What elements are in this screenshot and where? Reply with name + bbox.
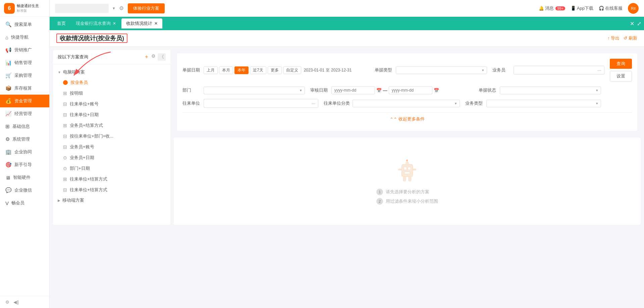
trial-button[interactable]: 体验行业方案 <box>128 3 165 13</box>
salesperson-account-icon: ⊟ <box>63 144 67 150</box>
dropdown-arrow-icon[interactable]: ▾ <box>113 6 115 11</box>
sidebar-item-sales[interactable]: 📊 销售管理 <box>0 56 49 69</box>
scheme-settings-icon[interactable]: ⚙ <box>151 53 156 61</box>
scheme-group-mobile-header[interactable]: ▶ 移动端方案 <box>53 195 170 205</box>
scheme-item-by-salesperson[interactable]: 按业务员 <box>53 77 170 88</box>
scheme-item-partner-settle1[interactable]: ⊞ 往来单位+结算方式 <box>53 174 170 185</box>
sidebar-item-marketing[interactable]: 📢 营销推广 <box>0 44 49 56</box>
empty-state: 1 请先选择要分析的方案 2 用过滤条件来缩小分析范围 <box>370 138 445 225</box>
refresh-button[interactable]: ↺ 刷新 <box>624 35 637 41</box>
sidebar-item-enterprise[interactable]: 🏢 企业协同 <box>0 146 49 158</box>
sidebar-item-finance[interactable]: 💰 资金管理 <box>0 95 49 107</box>
scheme-item-partner-settle2[interactable]: ⊟ 往来单位+结算方式 <box>53 185 170 195</box>
sidebar-item-baseinfo[interactable]: ⊞ 基础信息 <box>0 120 49 133</box>
sidebar-item-system[interactable]: ⚙ 系统管理 <box>0 133 49 146</box>
dept-select[interactable]: ▾ <box>204 87 305 94</box>
tab-bar: 首页 现金银行流水查询 ✕ 收款情况统计 ✕ ✕ ⤢ <box>50 17 644 30</box>
partner-settle1-icon: ⊞ <box>63 176 67 182</box>
tab-receipt-stats[interactable]: 收款情况统计 ✕ <box>121 18 162 29</box>
partner-select[interactable]: ··· <box>204 99 318 108</box>
sidebar-item-quicknav[interactable]: ⌂ 快捷导航 <box>0 31 49 44</box>
svg-rect-8 <box>413 169 416 170</box>
sidebar-item-operations[interactable]: 📈 经营管理 <box>0 107 49 120</box>
doc-status-select[interactable]: ▾ <box>500 87 601 94</box>
doc-date-field: 单据日期 上月 本月 本年 近7天 更多 自定义 2023-01-01 <box>182 66 369 74</box>
calendar-icon-to[interactable]: 📅 <box>434 88 439 93</box>
biz-type-select[interactable]: ▾ <box>486 100 601 107</box>
messages-area[interactable]: 🔔 消息 99+ <box>539 5 565 11</box>
system-icon: ⚙ <box>5 136 10 142</box>
partner-category-field: 往来单位分类 ▾ <box>324 100 460 107</box>
right-panel: 单据日期 上月 本月 本年 近7天 更多 自定义 2023-01-01 <box>174 50 641 225</box>
member-icon: V <box>5 200 9 206</box>
tab-bank-flow[interactable]: 现金银行流水查询 ✕ <box>71 18 121 29</box>
partner-field: 往来单位 ··· <box>182 99 318 108</box>
sidebar-item-purchase[interactable]: 🛒 采购管理 <box>0 69 49 82</box>
doc-type-select[interactable]: ▾ <box>396 66 487 74</box>
bell-icon: 🔔 <box>539 6 544 11</box>
user-avatar[interactable]: Rit <box>628 3 639 14</box>
tab-home[interactable]: 首页 <box>52 18 70 29</box>
scheme-item-partner-dept[interactable]: ⊟ 按往来单位+部门+收... <box>53 131 170 142</box>
sidebar-item-member[interactable]: V 畅会员 <box>0 197 49 209</box>
scheme-item-partner-account[interactable]: ⊟ 往来单位+账号 <box>53 99 170 109</box>
header-gear-icon[interactable]: ⚙ <box>119 5 124 11</box>
empty-step-2: 2 用过滤条件来缩小分析范围 <box>376 198 438 205</box>
expand-arrow-icon: ▼ <box>58 70 61 74</box>
this-year-btn[interactable]: 本年 <box>234 66 249 74</box>
scheme-item-by-detail[interactable]: ⊞ 按明细 <box>53 88 170 99</box>
scheme-item-salesperson-account[interactable]: ⊟ 业务员+账号 <box>53 142 170 152</box>
scheme-group-desktop-header[interactable]: ▼ 电脑端方案 <box>53 67 170 77</box>
partner-category-select[interactable]: ▾ <box>353 100 460 107</box>
sidebar-item-search[interactable]: 🔍 搜索菜单 <box>0 18 49 31</box>
scheme-collapse-icon[interactable]: 《 <box>158 53 166 61</box>
sidebar-item-newbie[interactable]: 🎯 新手引导 <box>0 158 49 171</box>
partner-cat-arrow-icon: ▾ <box>455 101 457 106</box>
add-scheme-button[interactable]: ＋ <box>144 53 149 61</box>
settings-button[interactable]: 设置 <box>610 71 632 82</box>
salesperson-select[interactable]: ··· <box>514 66 604 74</box>
tab-close-receipt-stats[interactable]: ✕ <box>154 21 158 26</box>
partner-more-icon[interactable]: ··· <box>312 101 316 106</box>
salesperson-settle-icon: ⊞ <box>63 123 67 128</box>
salesperson-more-icon[interactable]: ··· <box>597 67 601 73</box>
export-icon: ↑ <box>607 36 610 41</box>
this-month-btn[interactable]: 本月 <box>219 66 233 74</box>
detail-scheme-icon: ⊞ <box>63 91 67 96</box>
app-download-area[interactable]: 📱 App下载 <box>571 5 593 11</box>
sidebar-item-smarthw[interactable]: 🖥 智能硬件 <box>0 171 49 184</box>
logo-text: 畅捷通好生意 <box>17 3 39 8</box>
last-month-btn[interactable]: 上月 <box>204 66 218 74</box>
breadcrumb <box>55 4 109 13</box>
settings-footer-icon[interactable]: ⚙ <box>5 300 9 305</box>
sidebar-item-inventory[interactable]: 📦 库存核算 <box>0 82 49 95</box>
custom-date-btn[interactable]: 自定义 <box>283 66 301 74</box>
online-service-area[interactable]: 🎧 在线客服 <box>599 5 623 11</box>
tab-close-bank-flow[interactable]: ✕ <box>113 21 116 26</box>
scheme-item-dept-date[interactable]: ⊙ 部门+日期 <box>53 163 170 174</box>
collapse-sidebar-icon[interactable]: ◀‖ <box>13 300 19 305</box>
sidebar-item-weixin[interactable]: 💬 企业微信 <box>0 184 49 197</box>
export-button[interactable]: ↑ 导出 <box>607 35 620 41</box>
mobile-icon: 📱 <box>571 6 576 11</box>
salesperson-date-icon: ⊙ <box>63 155 67 160</box>
sidebar-logo: 6 畅捷通好生意 标准版 <box>0 0 49 17</box>
more-date-btn[interactable]: 更多 <box>268 66 282 74</box>
partner-dept-icon: ⊟ <box>63 134 67 139</box>
doc-status-label: 单据状态 <box>479 87 497 93</box>
calendar-icon-from[interactable]: 📅 <box>376 88 382 93</box>
tab-close-all-button[interactable]: ✕ <box>630 20 634 27</box>
purchase-icon: 🛒 <box>5 72 12 79</box>
review-date-from[interactable] <box>331 86 375 94</box>
scheme-item-salesperson-date[interactable]: ⊙ 业务员+日期 <box>53 152 170 163</box>
review-date-to[interactable] <box>389 86 432 94</box>
content-wrapper: 按以下方案查询 ＋ ⚙ 《 ▼ 电脑端方案 <box>50 47 644 228</box>
baseinfo-icon: ⊞ <box>5 123 10 130</box>
salesperson-label: 业务员 <box>492 67 511 73</box>
scheme-item-salesperson-settle[interactable]: ⊞ 业务员+结算方式 <box>53 120 170 131</box>
query-button[interactable]: 查询 <box>610 59 632 69</box>
scheme-item-partner-date[interactable]: ⊟ 往来单位+日期 <box>53 109 170 120</box>
collapse-button[interactable]: ⌃⌃ 收起更多条件 <box>390 116 425 122</box>
tab-expand-button[interactable]: ⤢ <box>637 20 641 27</box>
last-7days-btn[interactable]: 近7天 <box>250 66 266 74</box>
